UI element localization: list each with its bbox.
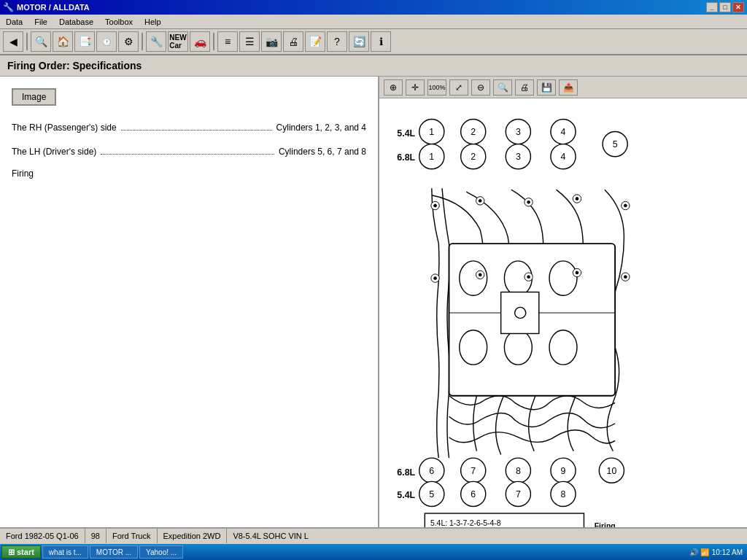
zoom-in-button[interactable]: ⊕	[384, 79, 403, 96]
image-button[interactable]: Image	[12, 88, 56, 106]
car-button[interactable]: 🚗	[190, 31, 210, 52]
svg-point-38	[576, 198, 578, 201]
page-header: Firing Order: Specifications	[0, 55, 747, 77]
pan-button[interactable]: ✛	[406, 79, 425, 96]
title-bar-left: 🔧 MOTOR / ALLDATA	[3, 2, 90, 12]
spec-label-lh: The LH (Driver's side)	[12, 147, 96, 157]
bookmark-button[interactable]: 📑	[74, 31, 95, 52]
spec-dots-rh	[121, 120, 272, 131]
export-diagram-button[interactable]: 📤	[559, 79, 578, 96]
svg-text:3: 3	[516, 127, 521, 137]
info-button[interactable]: ℹ	[371, 31, 391, 52]
svg-text:6.8L: 6.8L	[397, 467, 415, 478]
wrench-button[interactable]: 🔧	[146, 31, 166, 52]
toolbar-separator-2	[142, 33, 143, 50]
close-button[interactable]: ✕	[732, 2, 744, 12]
search-button[interactable]: 🔍	[31, 31, 51, 52]
svg-point-46	[527, 276, 530, 279]
svg-text:5: 5	[613, 139, 618, 149]
home-button[interactable]: 🏠	[53, 31, 73, 52]
svg-text:1: 1	[429, 127, 434, 137]
diagram-area: 5.4L 1 2 3 4 6.8L 1 2 3 4	[379, 98, 747, 527]
print-diagram-button[interactable]: 🖨	[515, 79, 534, 96]
toolbar-separator-3	[213, 33, 214, 50]
right-panel: ⊕ ✛ 100% ⤢ ⊖ 🔍 🖨 💾 📤 5.4L 1 2	[379, 77, 747, 527]
svg-text:8: 8	[561, 489, 566, 499]
svg-text:3: 3	[516, 152, 521, 162]
status-model: Expedition 2WD	[158, 529, 228, 543]
title-bar-controls[interactable]: _ □ ✕	[706, 2, 744, 12]
save-diagram-button[interactable]: 💾	[537, 79, 556, 96]
svg-text:5: 5	[429, 489, 434, 499]
zoom-100-button[interactable]: 100%	[427, 79, 446, 96]
note-button[interactable]: 📝	[305, 31, 325, 52]
engine-diagram: 5.4L 1 2 3 4 6.8L 1 2 3 4	[379, 98, 747, 527]
app-icon: 🔧	[3, 2, 14, 12]
menu-bar: Data File Database Toolbox Help	[0, 15, 747, 29]
svg-text:4: 4	[561, 127, 566, 137]
svg-text:4: 4	[561, 152, 566, 162]
spec-value-lh: Cylinders 5, 6, 7 and 8	[279, 147, 366, 157]
svg-text:7: 7	[516, 489, 521, 499]
zoom-fit-button[interactable]: ⤢	[449, 79, 468, 96]
spec-dots-lh	[101, 144, 274, 155]
svg-text:5.4L: 5.4L	[397, 490, 415, 500]
list2-button[interactable]: ☰	[239, 31, 260, 52]
spec-value-rh: Cylinders 1, 2, 3, and 4	[276, 122, 366, 133]
spec-row-rh: The RH (Passenger's) side Cylinders 1, 2…	[12, 120, 366, 133]
main-content: Image The RH (Passenger's) side Cylinder…	[0, 77, 747, 527]
menu-toolbox[interactable]: Toolbox	[102, 16, 136, 28]
svg-text:10: 10	[607, 466, 617, 476]
svg-text:1: 1	[429, 152, 434, 162]
title-bar: 🔧 MOTOR / ALLDATA _ □ ✕	[0, 0, 747, 15]
left-panel: Image The RH (Passenger's) side Cylinder…	[0, 77, 379, 527]
toolbar: ◀ 🔍 🏠 📑 🕐 ⚙ 🔧 NEWCar 🚗 ≡ ☰ 📷 🖨 📝 ? 🔄 ℹ	[0, 29, 747, 55]
svg-point-32	[434, 204, 437, 207]
menu-help[interactable]: Help	[142, 16, 164, 28]
page-title: Firing Order: Specifications	[7, 60, 142, 71]
svg-point-26	[504, 330, 532, 365]
svg-point-24	[549, 261, 577, 295]
svg-text:7: 7	[471, 466, 476, 476]
firing-label: Firing	[12, 168, 366, 179]
print-button[interactable]: 🖨	[283, 31, 303, 52]
update-button[interactable]: 🔄	[349, 31, 369, 52]
menu-file[interactable]: File	[31, 16, 50, 28]
minimize-button[interactable]: _	[706, 2, 718, 12]
svg-text:Firing: Firing	[595, 522, 616, 527]
svg-point-48	[576, 271, 578, 274]
toolbar-separator-1	[26, 33, 28, 50]
svg-point-27	[549, 330, 577, 365]
zoom-custom-button[interactable]: 🔍	[493, 79, 512, 96]
svg-point-25	[460, 330, 487, 365]
help-button[interactable]: ?	[327, 31, 347, 52]
spec-row-lh: The LH (Driver's side) Cylinders 5, 6, 7…	[12, 144, 366, 157]
zoom-out-button[interactable]: ⊖	[471, 79, 490, 96]
new-car-button[interactable]: NEWCar	[168, 31, 188, 52]
back-button[interactable]: ◀	[3, 31, 23, 52]
svg-point-30	[515, 307, 526, 318]
svg-point-44	[479, 273, 481, 276]
maximize-button[interactable]: □	[719, 2, 731, 12]
svg-text:5.4L: 1-3-7-2-6-5-4-8: 5.4L: 1-3-7-2-6-5-4-8	[430, 519, 501, 527]
svg-text:5.4L: 5.4L	[397, 128, 415, 139]
svg-point-40	[624, 204, 627, 207]
status-left: Ford 1982-05 Q1-06	[0, 529, 85, 543]
svg-text:6: 6	[429, 466, 434, 476]
spec-label-rh: The RH (Passenger's) side	[12, 122, 117, 133]
status-bar: Ford 1982-05 Q1-06 98 Ford Truck Expedit…	[0, 527, 747, 543]
tools-button[interactable]: ⚙	[118, 31, 139, 52]
svg-text:6: 6	[471, 489, 476, 499]
list1-button[interactable]: ≡	[217, 31, 238, 52]
status-make: Ford Truck	[107, 529, 158, 543]
diagram-toolbar: ⊕ ✛ 100% ⤢ ⊖ 🔍 🖨 💾 📤	[379, 77, 747, 98]
svg-point-42	[434, 277, 437, 280]
image-button[interactable]: 📷	[261, 31, 282, 52]
menu-database[interactable]: Database	[56, 16, 96, 28]
app-title: MOTOR / ALLDATA	[17, 3, 90, 12]
menu-data[interactable]: Data	[3, 16, 26, 28]
svg-text:2: 2	[471, 127, 476, 137]
status-year: 98	[85, 529, 107, 543]
history-button[interactable]: 🕐	[96, 31, 117, 52]
svg-text:6.8L: 6.8L	[397, 152, 415, 163]
